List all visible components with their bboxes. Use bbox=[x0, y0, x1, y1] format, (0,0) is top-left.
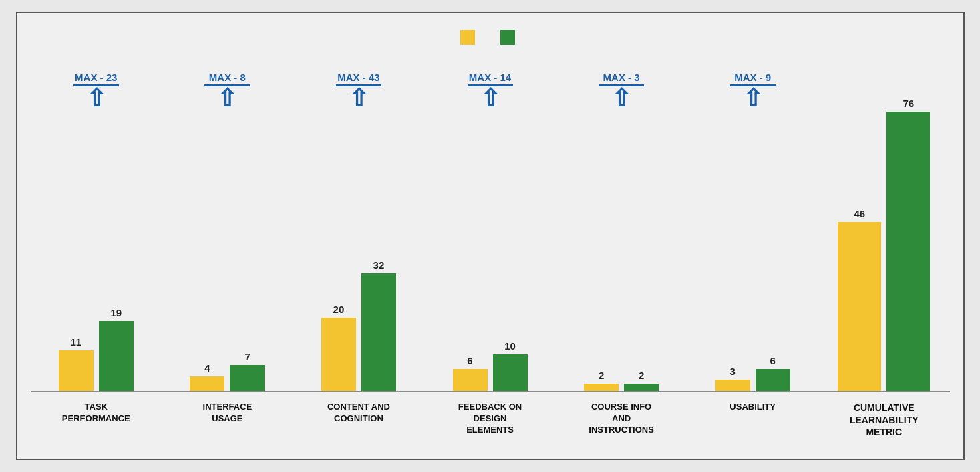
after-color-swatch bbox=[500, 30, 515, 45]
group-feedback-design: MAX - 14⇧610 bbox=[424, 72, 556, 392]
before-bar-cumulative bbox=[838, 222, 881, 391]
after-col-content-cognition: 32 bbox=[361, 72, 396, 391]
chart-container: MAX - 23⇧1119MAX - 8⇧47MAX - 43⇧2032MAX … bbox=[16, 12, 965, 460]
max-label-course-info: MAX - 3 bbox=[603, 72, 640, 83]
bars-wrapper-cumulative: 4676 bbox=[838, 72, 930, 392]
after-bar-interface-usage bbox=[230, 365, 265, 391]
max-label-task-performance: MAX - 23 bbox=[75, 72, 117, 83]
max-indicator-feedback-design: MAX - 14⇧ bbox=[468, 72, 513, 109]
bars-wrapper-content-cognition: 2032 bbox=[321, 72, 396, 392]
bars-wrapper-task-performance: 1119 bbox=[59, 72, 134, 392]
max-indicator-content-cognition: MAX - 43⇧ bbox=[336, 72, 381, 109]
after-value-cumulative: 76 bbox=[903, 98, 914, 109]
x-label-feedback-design: FEEDBACK ONDESIGNELEMENTS bbox=[424, 398, 556, 443]
after-col-usability: 6 bbox=[756, 72, 790, 391]
max-label-usability: MAX - 9 bbox=[734, 72, 771, 83]
group-task-performance: MAX - 23⇧1119 bbox=[31, 72, 162, 392]
before-value-content-cognition: 20 bbox=[333, 304, 345, 315]
bars-wrapper-feedback-design: 610 bbox=[453, 72, 528, 392]
after-bar-usability bbox=[756, 369, 790, 391]
before-value-course-info: 2 bbox=[599, 370, 604, 381]
max-arrow-usability: ⇧ bbox=[743, 88, 763, 109]
before-value-usability: 3 bbox=[730, 366, 736, 377]
max-label-interface-usage: MAX - 8 bbox=[209, 72, 246, 83]
group-interface-usage: MAX - 8⇧47 bbox=[162, 72, 293, 392]
group-cumulative: 4676 bbox=[818, 72, 950, 392]
bars-wrapper-usability: 36 bbox=[715, 72, 790, 392]
before-bar-task-performance bbox=[59, 350, 94, 391]
x-label-usability: USABILITY bbox=[687, 398, 818, 443]
max-label-feedback-design: MAX - 14 bbox=[469, 72, 511, 83]
before-bar-interface-usage bbox=[190, 376, 224, 391]
before-col-content-cognition: 20 bbox=[321, 72, 356, 391]
bars-wrapper-interface-usage: 47 bbox=[190, 72, 265, 392]
x-label-content-cognition: CONTENT ANDCOGNITION bbox=[293, 398, 425, 443]
after-value-content-cognition: 32 bbox=[373, 259, 385, 271]
x-label-task-performance: TASKPERFORMANCE bbox=[31, 398, 162, 443]
before-value-feedback-design: 6 bbox=[467, 355, 472, 366]
before-value-cumulative: 46 bbox=[854, 208, 865, 219]
x-labels: TASKPERFORMANCEINTERFACEUSAGECONTENT AND… bbox=[31, 398, 950, 443]
legend-after bbox=[500, 30, 520, 45]
after-bar-feedback-design bbox=[493, 354, 528, 391]
after-col-feedback-design: 10 bbox=[493, 72, 528, 391]
after-value-usability: 6 bbox=[770, 355, 776, 366]
max-arrow-feedback-design: ⇧ bbox=[480, 88, 500, 109]
after-value-feedback-design: 10 bbox=[504, 340, 516, 352]
chart-area: MAX - 23⇧1119MAX - 8⇧47MAX - 43⇧2032MAX … bbox=[31, 72, 950, 392]
before-bar-content-cognition bbox=[321, 318, 356, 391]
after-bar-cumulative bbox=[886, 112, 930, 391]
after-value-interface-usage: 7 bbox=[244, 351, 250, 362]
before-col-usability: 3 bbox=[715, 72, 750, 391]
before-col-interface-usage: 4 bbox=[190, 72, 224, 391]
after-col-interface-usage: 7 bbox=[230, 72, 265, 391]
max-arrow-course-info: ⇧ bbox=[611, 88, 631, 109]
after-bar-course-info bbox=[624, 384, 659, 391]
before-value-interface-usage: 4 bbox=[204, 362, 210, 374]
before-bar-usability bbox=[715, 380, 750, 391]
before-col-feedback-design: 6 bbox=[453, 72, 488, 391]
legend bbox=[31, 30, 950, 45]
max-arrow-task-performance: ⇧ bbox=[86, 88, 106, 109]
after-value-task-performance: 19 bbox=[110, 307, 122, 318]
group-usability: MAX - 9⇧36 bbox=[687, 72, 818, 392]
after-bar-task-performance bbox=[99, 321, 134, 391]
legend-before bbox=[460, 30, 480, 45]
after-col-task-performance: 19 bbox=[99, 72, 134, 391]
x-label-course-info: COURSE INFOANDINSTRUCTIONS bbox=[556, 398, 687, 443]
before-value-task-performance: 11 bbox=[70, 336, 81, 348]
max-indicator-task-performance: MAX - 23⇧ bbox=[73, 72, 119, 109]
max-arrow-content-cognition: ⇧ bbox=[349, 88, 369, 109]
before-col-course-info: 2 bbox=[584, 72, 619, 391]
x-label-interface-usage: INTERFACEUSAGE bbox=[162, 398, 293, 443]
max-indicator-usability: MAX - 9⇧ bbox=[730, 72, 776, 109]
before-col-task-performance: 11 bbox=[59, 72, 94, 391]
before-col-cumulative: 46 bbox=[838, 72, 881, 391]
max-indicator-course-info: MAX - 3⇧ bbox=[599, 72, 644, 109]
max-indicator-interface-usage: MAX - 8⇧ bbox=[204, 72, 250, 109]
after-col-cumulative: 76 bbox=[886, 72, 930, 391]
bars-wrapper-course-info: 22 bbox=[584, 72, 659, 392]
max-arrow-interface-usage: ⇧ bbox=[217, 88, 237, 109]
after-value-course-info: 2 bbox=[639, 370, 644, 381]
before-color-swatch bbox=[460, 30, 475, 45]
max-label-content-cognition: MAX - 43 bbox=[337, 72, 379, 83]
after-bar-content-cognition bbox=[361, 273, 396, 391]
group-content-cognition: MAX - 43⇧2032 bbox=[293, 72, 425, 392]
after-col-course-info: 2 bbox=[624, 72, 659, 391]
before-bar-feedback-design bbox=[453, 369, 488, 391]
x-label-cumulative: CUMULATIVELEARNABILITYMETRIC bbox=[818, 398, 950, 443]
group-course-info: MAX - 3⇧22 bbox=[556, 72, 687, 392]
before-bar-course-info bbox=[584, 384, 619, 391]
